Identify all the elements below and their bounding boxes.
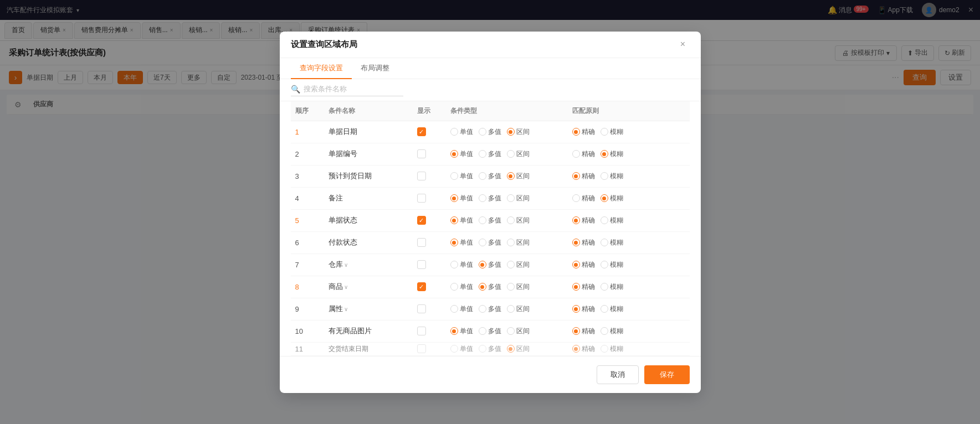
settings-modal: 设置查询区域布局 × 查询字段设置 布局调整 🔍 顺序 条件名称 显示 条件类型… <box>280 32 701 120</box>
modal-search-row: 🔍 <box>280 79 701 101</box>
modal-title: 设置查询区域布局 <box>291 39 357 50</box>
modal-tab-layout-adjust[interactable]: 布局调整 <box>352 58 398 79</box>
th-name: 条件名称 <box>324 106 413 116</box>
th-match: 匹配原则 <box>568 106 690 116</box>
modal-table-header: 顺序 条件名称 显示 条件类型 匹配原则 <box>291 101 690 120</box>
search-input[interactable] <box>304 85 403 93</box>
search-icon: 🔍 <box>291 85 300 94</box>
modal-header: 设置查询区域布局 × <box>280 32 701 58</box>
modal-search-box: 🔍 <box>291 85 403 96</box>
th-order: 顺序 <box>291 106 324 116</box>
modal-table-container: 顺序 条件名称 显示 条件类型 匹配原则 1 单据日期 单值 <box>280 101 701 120</box>
modal-tab-query-fields[interactable]: 查询字段设置 <box>291 58 352 79</box>
modal-tabs: 查询字段设置 布局调整 <box>280 58 701 79</box>
th-display: 显示 <box>413 106 446 116</box>
modal-close-button[interactable]: × <box>676 38 690 51</box>
th-type: 条件类型 <box>446 106 568 116</box>
modal-overlay: 设置查询区域布局 × 查询字段设置 布局调整 🔍 顺序 条件名称 显示 条件类型… <box>0 0 980 119</box>
